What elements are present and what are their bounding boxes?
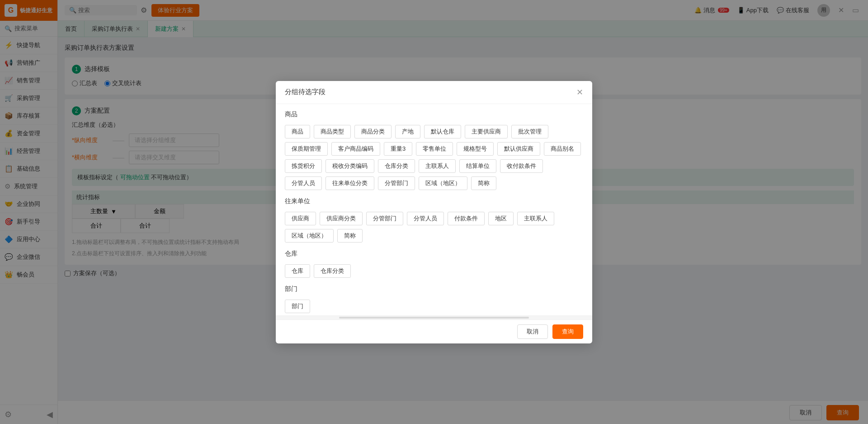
field-tag[interactable]: 仓库 — [285, 264, 310, 278]
field-tag[interactable]: 简称 — [337, 229, 363, 243]
field-group-counterpart: 往来单位供应商供应商分类分管部门分管人员付款条件地区主联系人区域（地区）简称 — [285, 197, 583, 243]
field-tags-department: 部门 — [285, 300, 583, 313]
modal-cancel-btn[interactable]: 取消 — [517, 324, 548, 339]
field-group-warehouse: 仓库仓库仓库分类 — [285, 250, 583, 278]
field-tag[interactable]: 默认供应商 — [497, 142, 540, 156]
field-select-modal: 分组待选字段 ✕ 商品商品商品类型商品分类产地默认仓库主要供应商批次管理保质期管… — [276, 81, 592, 343]
field-tags-counterpart: 供应商供应商分类分管部门分管人员付款条件地区主联系人区域（地区）简称 — [285, 212, 583, 243]
field-tag[interactable]: 重量3 — [384, 142, 412, 156]
field-tags-goods: 商品商品类型商品分类产地默认仓库主要供应商批次管理保质期管理客户商品编码重量3零… — [285, 125, 583, 190]
field-tag[interactable]: 区域（地区） — [285, 229, 334, 243]
field-group-title-warehouse: 仓库 — [285, 250, 583, 260]
field-tag[interactable]: 分管部门 — [366, 212, 403, 225]
field-tag[interactable]: 默认仓库 — [424, 125, 461, 138]
field-tag[interactable]: 商品 — [285, 125, 310, 138]
modal-close-btn[interactable]: ✕ — [576, 87, 583, 97]
modal-hscroll[interactable] — [276, 315, 592, 319]
field-tag[interactable]: 主联系人 — [419, 159, 456, 173]
field-tag[interactable]: 产地 — [395, 125, 420, 138]
field-tag[interactable]: 分管部门 — [378, 176, 415, 190]
field-tag[interactable]: 批次管理 — [511, 125, 548, 138]
field-group-goods: 商品商品商品类型商品分类产地默认仓库主要供应商批次管理保质期管理客户商品编码重量… — [285, 110, 583, 190]
field-group-title-goods: 商品 — [285, 110, 583, 120]
modal-header: 分组待选字段 ✕ — [276, 81, 592, 104]
field-tag[interactable]: 分管人员 — [285, 176, 322, 190]
field-tag[interactable]: 零售单位 — [416, 142, 453, 156]
field-tag[interactable]: 简称 — [471, 176, 496, 190]
field-tag[interactable]: 供应商 — [285, 212, 316, 225]
field-tag[interactable]: 税收分类编码 — [326, 159, 374, 173]
field-tag[interactable]: 供应商分类 — [320, 212, 363, 225]
field-tag[interactable]: 收付款条件 — [500, 159, 543, 173]
field-tag[interactable]: 商品分类 — [354, 125, 392, 138]
field-tags-warehouse: 仓库仓库分类 — [285, 264, 583, 278]
field-tag[interactable]: 商品类型 — [314, 125, 351, 138]
field-tag[interactable]: 部门 — [285, 300, 310, 313]
field-group-title-counterpart: 往来单位 — [285, 197, 583, 207]
field-tag[interactable]: 主联系人 — [517, 212, 554, 225]
field-tag[interactable]: 保质期管理 — [285, 142, 328, 156]
field-tag[interactable]: 仓库分类 — [314, 264, 351, 278]
field-tag[interactable]: 主要供应商 — [465, 125, 508, 138]
field-tag[interactable]: 结算单位 — [459, 159, 496, 173]
field-tag[interactable]: 商品别名 — [544, 142, 581, 156]
modal-footer: 取消 查询 — [276, 319, 592, 343]
modal-confirm-btn[interactable]: 查询 — [552, 324, 583, 339]
field-tag[interactable]: 分管人员 — [407, 212, 444, 225]
field-tag[interactable]: 区域（地区） — [419, 176, 467, 190]
field-tag[interactable]: 付款条件 — [448, 212, 485, 225]
field-tag[interactable]: 客户商品编码 — [331, 142, 380, 156]
modal-title: 分组待选字段 — [285, 88, 326, 96]
field-group-department: 部门部门 — [285, 285, 583, 313]
field-tag[interactable]: 地区 — [488, 212, 514, 225]
field-tag[interactable]: 往来单位分类 — [326, 176, 374, 190]
field-group-title-department: 部门 — [285, 285, 583, 295]
field-tag[interactable]: 拣货积分 — [285, 159, 322, 173]
field-tag[interactable]: 仓库分类 — [378, 159, 415, 173]
field-tag[interactable]: 规格型号 — [457, 142, 494, 156]
modal-body: 商品商品商品类型商品分类产地默认仓库主要供应商批次管理保质期管理客户商品编码重量… — [276, 104, 592, 316]
